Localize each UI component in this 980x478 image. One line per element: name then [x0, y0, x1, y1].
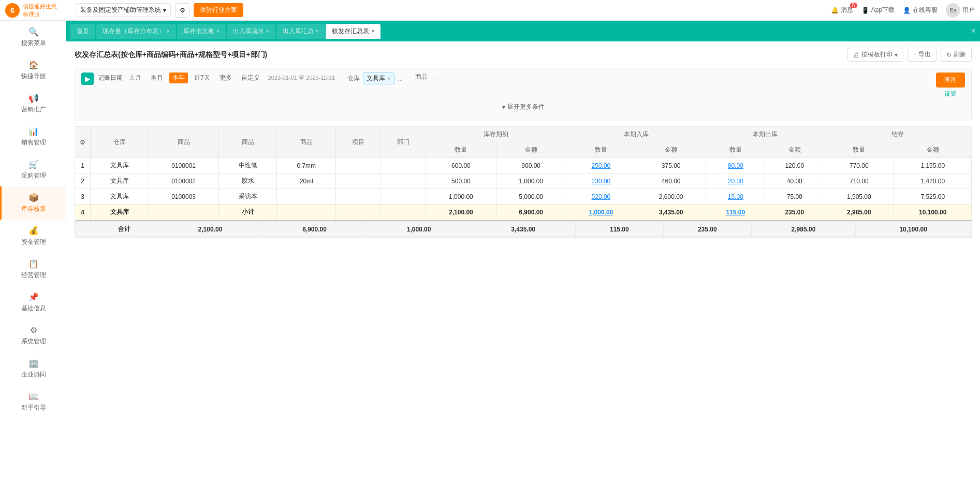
date-shortcut-7days[interactable]: 近7天: [191, 73, 213, 83]
table-row-warehouse: 文具库: [91, 158, 149, 173]
in-qty-link[interactable]: 520.00: [592, 193, 611, 200]
filter-row: ▶ 记账日期 上月 本月 本年 近7天 更多 自定义 2023-01-01 至 …: [81, 73, 965, 98]
refresh-icon: ↻: [946, 51, 952, 59]
sidebar-item-system[interactable]: ⚙ 系统管理: [0, 319, 66, 352]
print-button[interactable]: 🖨 按模板打印 ▾: [847, 48, 903, 62]
table-row-spec: [277, 189, 336, 205]
warehouse-tag: 文具库 ×: [363, 73, 394, 84]
tab-close-stock-dist[interactable]: ×: [167, 28, 170, 34]
table-row-in-qty[interactable]: 250.00: [566, 158, 636, 173]
tab-bar-close-button[interactable]: ×: [971, 26, 976, 36]
sidebar-item-quick-nav[interactable]: 🏠 快捷导航: [0, 54, 66, 87]
system-selector[interactable]: 装备及固定资产辅助管理系统 ▾: [76, 3, 171, 17]
table-row-project: [336, 158, 381, 173]
footer-in-qty: 1,000.00: [367, 222, 471, 237]
col-in-qty-header: 数量: [566, 142, 636, 158]
sidebar-item-basic-info[interactable]: 📌 基础信息: [0, 286, 66, 319]
table-row-out-qty[interactable]: 20.00: [706, 173, 765, 189]
warehouse-label: 仓库: [347, 74, 360, 83]
col-closing-amt-header: 金额: [894, 142, 972, 158]
tab-close-inout-flow[interactable]: ×: [266, 28, 269, 34]
guide-icon: 📖: [28, 392, 39, 401]
app-download-link[interactable]: 📱 App下载: [861, 6, 895, 15]
expand-more-button[interactable]: ▾ 展开更多条件: [502, 103, 545, 111]
tab-receive-summary[interactable]: 收发存汇总表 ×: [326, 24, 381, 39]
out-qty-link[interactable]: 80.00: [728, 162, 743, 169]
table-row-opening-amt: 6,900.00: [496, 205, 566, 220]
table-row-project: [336, 173, 381, 189]
user-area[interactable]: Ea 用户: [946, 3, 975, 18]
warehouse-tag-remove[interactable]: ×: [387, 75, 391, 82]
table-row-name: 小计: [218, 205, 277, 220]
tab-batch-account[interactable]: 库存批次账 ×: [177, 24, 226, 39]
sidebar-item-guide[interactable]: 📖 新手引导: [0, 385, 66, 418]
out-qty-link[interactable]: 115.00: [726, 209, 745, 216]
table-row-out-amt: 40.00: [765, 173, 824, 189]
goods-filter-section: 商品 ...: [415, 73, 436, 81]
table-row-in-amt: 3,435.00: [636, 205, 706, 220]
sidebar-item-search[interactable]: 🔍 搜索菜单: [0, 21, 66, 54]
date-shortcut-this-month[interactable]: 本月: [148, 73, 166, 83]
date-shortcut-prev-month[interactable]: 上月: [126, 73, 144, 83]
in-qty-link[interactable]: 250.00: [592, 162, 611, 169]
printer-icon: 🖨: [853, 51, 859, 59]
filter-toggle-button[interactable]: ▶: [81, 73, 94, 85]
table-row-opening-amt: 1,000.00: [496, 173, 566, 189]
table-row-name: 采访本: [218, 189, 277, 205]
table-row-in-qty[interactable]: 1,000.00: [566, 205, 636, 220]
trial-button[interactable]: 体验行业方案: [194, 3, 243, 17]
sidebar-item-inventory[interactable]: 📦 库存核算: [0, 186, 66, 220]
date-shortcut-more[interactable]: 更多: [216, 73, 235, 83]
in-qty-link[interactable]: 230.00: [592, 178, 611, 185]
col-settings-header[interactable]: ⚙: [75, 127, 91, 158]
table-row-out-qty[interactable]: 115.00: [706, 205, 765, 220]
col-in-header: 本期入库: [566, 127, 706, 142]
table-row-out-qty[interactable]: 80.00: [706, 158, 765, 173]
col-warehouse-header: 仓库: [91, 127, 149, 158]
sidebar-item-purchase[interactable]: 🛒 采购管理: [0, 153, 66, 186]
content-area: 首页 现存量（库存分布表） × 库存批次账 × 出入库流水 × 出入库汇总 × …: [66, 21, 980, 478]
export-button[interactable]: ↑ 导出: [908, 48, 937, 62]
table-row-in-qty[interactable]: 520.00: [566, 189, 636, 205]
in-qty-link[interactable]: 1,000.00: [589, 209, 613, 216]
tab-close-inout-summary[interactable]: ×: [316, 28, 319, 34]
tab-home[interactable]: 首页: [70, 24, 95, 39]
tab-inout-summary[interactable]: 出入库汇总 ×: [276, 24, 325, 39]
table-row-in-amt: 2,600.00: [636, 189, 706, 205]
col-goods-name-header: 商品: [218, 127, 277, 158]
table-row-in-qty[interactable]: 230.00: [566, 173, 636, 189]
top-header: 6 畅捷通好生意 标准版 装备及固定资产辅助管理系统 ▾ ⚙ 体验行业方案 🔔 …: [0, 0, 980, 21]
sidebar-item-operations[interactable]: 📋 经营管理: [0, 253, 66, 286]
out-qty-link[interactable]: 20.00: [728, 178, 743, 185]
tab-stock-dist[interactable]: 现存量（库存分布表） ×: [96, 24, 176, 39]
enterprise-icon: 🏢: [28, 358, 39, 368]
date-shortcut-custom[interactable]: 自定义: [238, 73, 263, 83]
tab-inout-flow[interactable]: 出入库流水 ×: [227, 24, 275, 39]
tab-close-batch-account[interactable]: ×: [216, 28, 220, 34]
logo-area: 6 畅捷通好生意 标准版: [5, 3, 71, 18]
goods-more-button[interactable]: ...: [431, 74, 436, 81]
settings-button[interactable]: ⚙: [175, 3, 189, 18]
table-row-num: 2: [75, 173, 91, 189]
sidebar-item-finance[interactable]: 💰 资金管理: [0, 220, 66, 253]
col-out-header: 本期出库: [706, 127, 824, 142]
out-qty-link[interactable]: 15.00: [728, 193, 743, 200]
sidebar-item-sales[interactable]: 📊 销售管理: [0, 120, 66, 153]
query-button[interactable]: 查询: [936, 73, 965, 88]
table-row-out-qty[interactable]: 15.00: [706, 189, 765, 205]
table-row-in-amt: 375.00: [636, 158, 706, 173]
table-row-closing-qty: 2,985.00: [824, 205, 894, 220]
date-range-display: 2023-01-01 至 2023-12-31: [268, 74, 335, 82]
col-opening-amt-header: 金额: [496, 142, 566, 158]
warehouse-more-button[interactable]: ...: [398, 75, 403, 82]
refresh-button[interactable]: ↻ 刷新: [941, 48, 972, 62]
sidebar-item-enterprise[interactable]: 🏢 企业协同: [0, 352, 66, 385]
date-shortcut-this-year[interactable]: 本年: [169, 73, 188, 83]
settings-link[interactable]: 设置: [936, 90, 965, 98]
tab-close-receive-summary[interactable]: ×: [371, 28, 374, 34]
table-row-num: 4: [75, 205, 91, 220]
notification-bell[interactable]: 🔔 消息 6: [831, 6, 853, 15]
table-row-num: 3: [75, 189, 91, 205]
online-service-link[interactable]: 👤 在线客服: [903, 6, 938, 15]
sidebar-item-marketing[interactable]: 📢 营销推广: [0, 87, 66, 120]
